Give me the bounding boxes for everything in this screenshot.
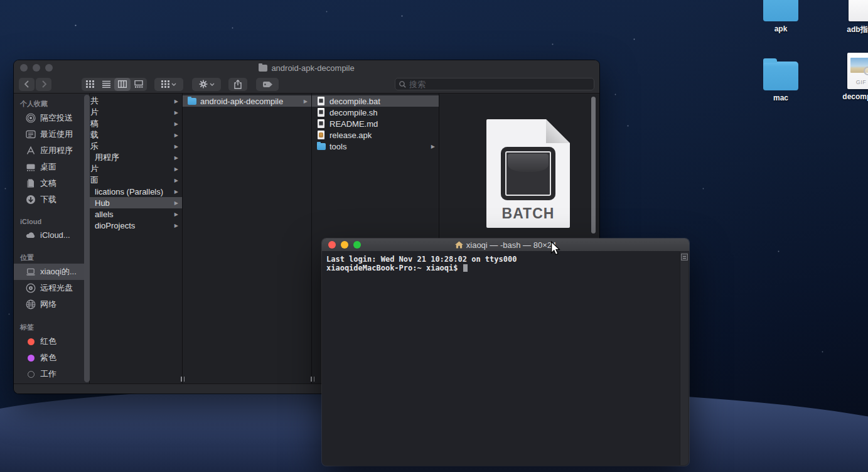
minimize-button[interactable] [341,241,348,249]
column1-row[interactable]: dioProjects▶ [90,220,182,231]
file-name: 乐 [90,141,99,152]
action-menu-button[interactable] [192,78,221,91]
sidebar-scrollbar[interactable] [84,95,90,382]
column1-row[interactable]: 用程序▶ [90,152,182,163]
close-button[interactable] [20,64,28,72]
column1-row[interactable]: 稿▶ [90,118,182,129]
close-button[interactable] [328,241,336,249]
folder-proxy-icon [259,65,267,72]
sidebar-item[interactable]: 应用程序 [14,142,89,159]
desktop-icon-label: apk [761,24,801,33]
terminal-titlebar[interactable]: xiaoqi — -bash — 80×24 [322,239,689,251]
search-input[interactable] [409,80,590,89]
column1-row[interactable]: lications (Parallels)▶ [90,186,182,197]
sidebar-item[interactable]: xiaoqi的... [14,264,89,280]
sidebar-item-label: 网络 [40,299,56,310]
back-button[interactable] [19,78,35,91]
tag-button[interactable] [256,78,279,91]
sidebar-item-label: 文稿 [40,178,56,189]
column1-row[interactable]: allels▶ [90,208,182,220]
desktop-icon-3[interactable]: mac [761,62,801,102]
gallery-view-button[interactable] [131,78,147,91]
applications-icon [26,146,36,156]
column1-row[interactable]: 载▶ [90,129,182,141]
sidebar-item[interactable]: 网络 [14,296,89,313]
gear-icon [199,80,208,88]
terminal-scrollbar[interactable] [680,252,689,465]
sidebar-item[interactable]: 紫色 [14,350,89,366]
document-icon [849,0,868,21]
tag-icon [26,353,36,363]
magnifier-icon [864,67,868,75]
sidebar-item-label: 应用程序 [40,145,73,156]
sidebar-section-header: 标签 [14,321,89,333]
desktop-icon-4[interactable]: GIFdecompile [841,53,868,101]
column1-row[interactable]: 面▶ [90,174,182,186]
column1-row[interactable]: Hub▶ [90,197,182,208]
column-resize-handle[interactable] [309,377,316,382]
column-view-button[interactable] [114,78,131,91]
terminal-prompt-line: xiaoqideMacBook-Pro:~ xiaoqi$ [326,264,677,272]
sidebar-item-label: 最近使用 [40,129,73,140]
share-button[interactable] [228,78,247,91]
column3-row[interactable]: tools▶ [312,141,439,152]
column3-row[interactable]: README.md [312,118,439,129]
forward-button[interactable] [36,78,51,91]
file-name: Hub [95,198,110,208]
file-name: tools [330,142,346,151]
sidebar-section-header: 位置 [14,251,89,264]
sidebar-item[interactable]: 黄色 [14,382,89,384]
minimize-button[interactable] [33,64,40,72]
group-by-button[interactable] [154,78,183,91]
sidebar-item[interactable]: 远程光盘 [14,280,89,296]
share-icon [234,80,242,89]
column1-row[interactable]: 片▶ [90,107,182,118]
column2-row[interactable]: android-apk-decompile▶ [183,95,311,107]
column-resize-handle[interactable] [179,377,186,382]
file-name: 稿 [90,118,99,129]
preview-scrollbar[interactable] [591,97,596,233]
sidebar-item[interactable]: iCloud... [14,227,89,243]
chevron-down-icon [210,83,215,86]
search-field[interactable] [395,78,594,90]
column3-row[interactable]: decompile.sh [312,107,439,118]
sidebar-item[interactable]: 隔空投送 [14,110,89,126]
disclosure-arrow-icon: ▶ [174,212,178,217]
wallpaper-stars [0,0,1,1]
column1-row[interactable]: 乐▶ [90,141,182,152]
window-title-text: android-apk-decompile [271,63,354,73]
sidebar-item-label: 远程光盘 [40,282,73,294]
downloads-icon [26,195,36,205]
zoom-button[interactable] [353,241,361,249]
sidebar-item[interactable]: 文稿 [14,175,89,191]
sidebar-item[interactable]: 最近使用 [14,126,89,142]
sidebar-item[interactable]: 红色 [14,333,89,350]
column1-row[interactable]: 片▶ [90,163,182,174]
list-view-button[interactable] [98,78,114,91]
desktop-icon-1[interactable]: apk [761,0,801,33]
disclosure-arrow-icon: ▶ [174,99,178,104]
column3-row[interactable]: decompile.bat [312,95,439,107]
tag-color-dot [28,371,35,378]
laptop-icon [26,267,36,277]
split-pane-button[interactable] [681,254,688,260]
zoom-button[interactable] [45,64,53,72]
tag-icon [26,336,36,346]
sidebar-item[interactable]: 下载 [14,191,89,208]
column3-row[interactable]: release.apk [312,129,439,141]
sidebar-item-label: 工作 [40,368,56,380]
batch-label: BATCH [486,205,570,222]
folder-icon [188,98,196,105]
icon-view-button[interactable] [82,78,98,91]
sidebar-item[interactable]: 工作 [14,366,89,382]
disclosure-arrow-icon: ▶ [174,144,178,149]
file-name: lications (Parallels) [95,187,163,196]
sidebar-item-label: iCloud... [40,230,70,240]
terminal-title-text: xiaoqi — -bash — 80×24 [466,240,556,250]
desktop-icon-2[interactable]: adb指令 [841,0,868,35]
view-mode-segmented-control [82,78,147,91]
terminal-body[interactable]: Last login: Wed Nov 21 10:28:02 on ttys0… [322,251,689,466]
finder-titlebar[interactable]: android-apk-decompile [14,60,599,75]
column1-row[interactable]: 共▶ [90,95,182,107]
sidebar-item[interactable]: 桌面 [14,159,89,175]
